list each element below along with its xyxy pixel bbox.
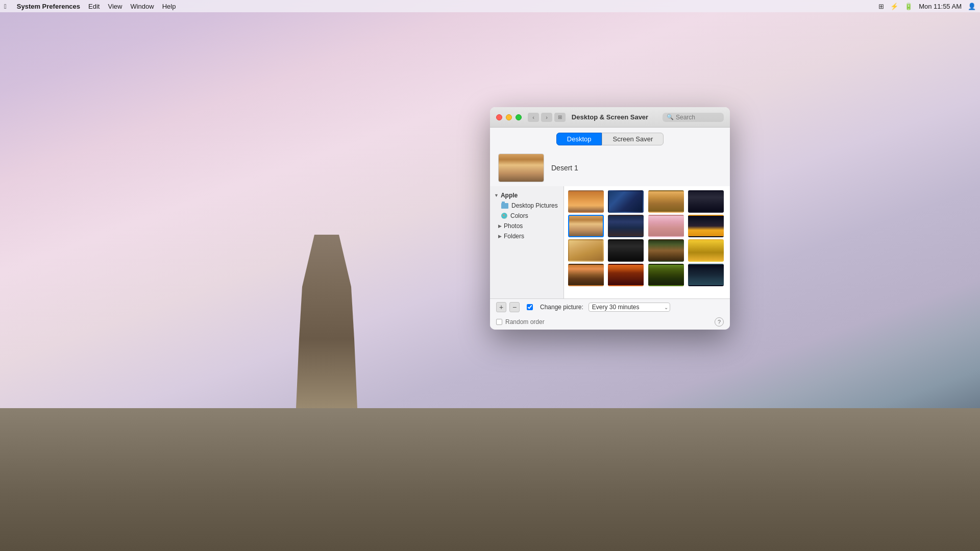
grid-item-8[interactable] [688, 215, 724, 237]
minimize-button[interactable] [506, 114, 512, 120]
edit-menu[interactable]: Edit [88, 3, 100, 10]
random-order-label: Random order [505, 318, 545, 325]
grid-item-9[interactable] [568, 239, 604, 262]
apple-menu[interactable]:  [4, 3, 7, 10]
search-input[interactable] [676, 114, 722, 121]
change-picture-checkbox[interactable] [527, 304, 533, 310]
window-menu[interactable]: Window [130, 3, 154, 10]
grid-item-10[interactable] [608, 239, 644, 262]
interval-select-wrapper: Every 5 seconds Every 1 minute Every 5 m… [586, 303, 670, 312]
image-grid-inner [568, 190, 726, 286]
grid-item-4[interactable] [688, 190, 724, 213]
menubar:  System Preferences Edit View Window He… [0, 0, 980, 12]
preview-area: Desert 1 [490, 149, 730, 186]
sidebar-section-photos[interactable]: ▶ Photos [490, 221, 564, 231]
titlebar-nav: ‹ › [528, 113, 552, 122]
view-menu[interactable]: View [108, 3, 122, 10]
screen-saver-tab[interactable]: Screen Saver [602, 133, 664, 145]
color-icon [501, 213, 507, 219]
folders-section-arrow: ▶ [498, 234, 502, 239]
grid-item-13[interactable] [568, 264, 604, 286]
window-titlebar: ‹ › ⊞ Desktop & Screen Saver 🔍 [490, 107, 730, 128]
folders-label: Folders [504, 233, 524, 240]
forward-button[interactable]: › [541, 113, 552, 122]
photos-section-arrow: ▶ [498, 223, 502, 229]
random-order-row: Random order ? [490, 315, 730, 330]
menubar-left:  System Preferences Edit View Window He… [4, 3, 176, 10]
grid-item-15[interactable] [648, 264, 684, 286]
traffic-lights [496, 114, 522, 120]
tab-bar: Desktop Screen Saver [490, 128, 730, 149]
battery-icon: 🔋 [904, 3, 913, 10]
grid-item-14[interactable] [608, 264, 644, 286]
preview-thumbnail [498, 154, 544, 182]
grid-item-5[interactable] [568, 215, 604, 237]
grid-item-7[interactable] [648, 215, 684, 237]
menubar-right: ⊞ ⚡ 🔋 Mon 11:55 AM 👤 [878, 3, 976, 10]
close-button[interactable] [496, 114, 502, 120]
desktop-pictures-label: Desktop Pictures [511, 202, 558, 209]
apple-section-label: Apple [501, 192, 518, 199]
display-icon: ⊞ [878, 3, 884, 10]
content-area: ▼ Apple Desktop Pictures Colors ▶ Photos [490, 186, 730, 298]
bottom-bar: + − Change picture: Every 5 seconds Ever… [490, 298, 730, 315]
add-folder-button[interactable]: + [496, 302, 506, 312]
wifi-icon[interactable]: ⚡ [890, 3, 898, 10]
app-name-menu[interactable]: System Preferences [17, 3, 80, 10]
image-grid [564, 186, 730, 298]
preview-name: Desert 1 [551, 164, 578, 172]
system-preferences-window: ‹ › ⊞ Desktop & Screen Saver 🔍 Desktop S… [490, 107, 730, 330]
help-button[interactable]: ? [715, 317, 724, 327]
search-bar[interactable]: 🔍 [663, 113, 724, 122]
sidebar-section-folders[interactable]: ▶ Folders [490, 231, 564, 241]
remove-folder-button[interactable]: − [509, 302, 520, 312]
help-menu[interactable]: Help [162, 3, 176, 10]
sidebar-section-apple[interactable]: ▼ Apple [490, 190, 564, 201]
rock-formation [296, 235, 357, 408]
interval-select[interactable]: Every 5 seconds Every 1 minute Every 5 m… [589, 303, 670, 312]
back-button[interactable]: ‹ [528, 113, 539, 122]
search-icon: 🔍 [667, 114, 674, 120]
grid-item-2[interactable] [608, 190, 644, 213]
desktop-tab[interactable]: Desktop [556, 133, 602, 145]
folder-icon [501, 203, 508, 209]
clock: Mon 11:55 AM [919, 3, 962, 10]
grid-item-11[interactable] [648, 239, 684, 262]
change-picture-label: Change picture: [540, 304, 583, 311]
grid-item-6[interactable] [608, 215, 644, 237]
maximize-button[interactable] [516, 114, 522, 120]
photos-label: Photos [504, 222, 523, 230]
user-icon[interactable]: 👤 [968, 3, 976, 10]
window-title: Desktop & Screen Saver [572, 113, 648, 121]
grid-item-16[interactable] [688, 264, 724, 286]
sidebar-item-desktop-pictures[interactable]: Desktop Pictures [490, 201, 564, 211]
grid-item-1[interactable] [568, 190, 604, 213]
apple-section-arrow: ▼ [494, 193, 499, 198]
grid-item-12[interactable] [688, 239, 724, 262]
sidebar: ▼ Apple Desktop Pictures Colors ▶ Photos [490, 186, 564, 298]
ground-layer [0, 408, 980, 551]
grid-view-button[interactable]: ⊞ [554, 113, 566, 122]
grid-item-3[interactable] [648, 190, 684, 213]
colors-label: Colors [510, 212, 528, 219]
sidebar-item-colors[interactable]: Colors [490, 211, 564, 221]
random-order-checkbox[interactable] [496, 319, 502, 325]
